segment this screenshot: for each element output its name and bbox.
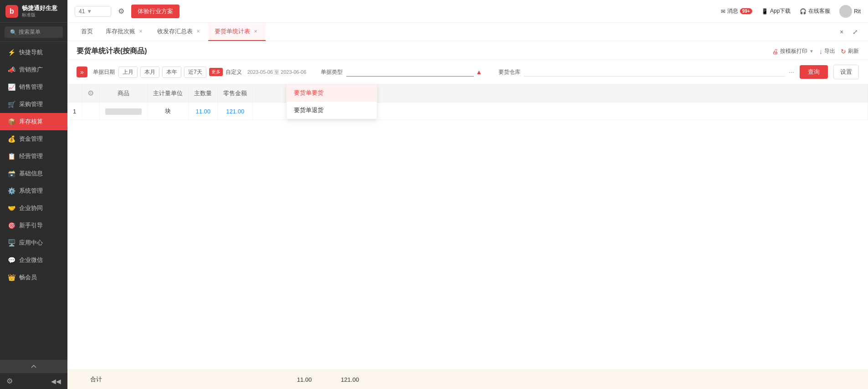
sidebar-item-purchase[interactable]: 🛒 采购管理	[0, 96, 67, 113]
table-row: 1 块 11.00 121.00	[67, 102, 868, 120]
page-title: 要货单统计表(按商品)	[77, 46, 147, 56]
app-logo-icon: b	[5, 5, 18, 18]
topbar-right: ✉ 消息 99+ 📱 App下载 🎧 在线客服 Rit	[721, 5, 861, 18]
refresh-icon: ↻	[841, 48, 846, 55]
dropdown-item-order[interactable]: 要货单要货	[287, 84, 377, 102]
appstore-icon: 🖥️	[7, 239, 15, 247]
sidebar-item-quicknav-label: 快捷导航	[19, 48, 43, 56]
table-container: ⚙ 商品 主计量单位 主数量 零售金额 1	[67, 84, 868, 120]
tab-receive[interactable]: 收发存汇总表 ×	[151, 23, 208, 41]
page-container: 要货单统计表(按商品) 🖨 按模板打印 ▼ ↓ 导出 ↻ 刷新	[67, 41, 868, 389]
sidebar-collapse-btn[interactable]: ◀◀	[51, 378, 61, 385]
sidebar-scroll-up[interactable]	[0, 360, 67, 373]
sidebar-search-area[interactable]: 🔍 搜索菜单	[0, 23, 67, 42]
tab-receive-close[interactable]: ×	[195, 28, 202, 35]
sidebar-bottom: ⚙ ◀◀	[0, 373, 67, 389]
sidebar-item-appstore[interactable]: 🖥️ 应用中心	[0, 234, 67, 251]
sidebar-item-newbie[interactable]: 🎯 新手引导	[0, 217, 67, 234]
sidebar-item-basic[interactable]: 🗃️ 基础信息	[0, 165, 67, 182]
filter-bar: » 单据日期 上月 本月 本年 近7天 更多 自定义 2023-05-06 至 …	[67, 60, 868, 84]
sidebar-item-wechat[interactable]: 💬 企业微信	[0, 251, 67, 269]
export-btn[interactable]: ↓ 导出	[819, 47, 835, 55]
date-range-display: 2023-05-06 至 2023-06-06	[247, 69, 307, 76]
top-bar: 41 ▼ ⚙ 体验行业方案 ✉ 消息 99+ 📱 App下载 🎧 在线客服 R	[67, 0, 868, 23]
sidebar-settings-btn[interactable]: ⚙	[6, 377, 13, 385]
setup-btn[interactable]: 设置	[833, 65, 859, 79]
sidebar-item-system[interactable]: ⚙️ 系统管理	[0, 182, 67, 200]
tab-batch[interactable]: 库存批次账 ×	[99, 23, 151, 41]
cell-product	[100, 102, 148, 120]
tab-order-stat-label: 要货单统计表	[215, 27, 250, 36]
trial-btn[interactable]: 体验行业方案	[131, 5, 180, 18]
sidebar-item-wechat-label: 企业微信	[19, 256, 43, 264]
filter-more-btn[interactable]: ···	[789, 68, 794, 76]
date-btn-this-year[interactable]: 本年	[162, 67, 181, 78]
search-menu-btn[interactable]: 🔍 搜索菜单	[5, 26, 63, 38]
sidebar-item-sales[interactable]: 📈 销售管理	[0, 78, 67, 96]
dropdown-item-return[interactable]: 要货单退货	[287, 102, 377, 119]
tab-order-stat[interactable]: 要货单统计表 ×	[208, 23, 266, 41]
type-select-arrow[interactable]: ▲	[474, 68, 484, 76]
th-index	[67, 84, 82, 102]
query-btn[interactable]: 查询	[800, 65, 828, 79]
footer-amount: 121.00	[327, 376, 373, 383]
online-service-btn[interactable]: 🎧 在线客服	[800, 7, 830, 15]
newbie-icon: 🎯	[7, 221, 15, 230]
sidebar-item-inventory[interactable]: 📦 库存核算	[0, 113, 67, 130]
type-select-input[interactable]	[346, 68, 474, 77]
print-btn[interactable]: 🖨 按模板打印 ▼	[772, 47, 814, 55]
qty-link[interactable]: 11.00	[195, 108, 211, 115]
date-custom-btn[interactable]: 自定义	[226, 68, 242, 76]
wechat-icon: 💬	[7, 256, 15, 264]
sidebar-item-basic-label: 基础信息	[19, 169, 43, 178]
tab-home-label: 首页	[81, 27, 93, 36]
sidebar-item-enterprise[interactable]: 🤝 企业协同	[0, 200, 67, 217]
app-download-label: App下载	[770, 7, 791, 15]
footer-qty: 11.00	[282, 376, 327, 383]
sidebar-item-sales-label: 销售管理	[19, 83, 43, 91]
sidebar-item-quicknav[interactable]: ⚡ 快捷导航	[0, 44, 67, 61]
quicknav-icon: ⚡	[7, 48, 15, 56]
sidebar-item-inventory-label: 库存核算	[19, 118, 43, 126]
sidebar-item-member[interactable]: 👑 畅会员	[0, 269, 67, 286]
date-more-badge[interactable]: 更多	[209, 68, 223, 76]
purchase-icon: 🛒	[7, 100, 15, 108]
breadcrumb-select[interactable]: 41 ▼	[75, 6, 111, 17]
search-menu-label: 搜索菜单	[19, 28, 41, 36]
sidebar-nav: ⚡ 快捷导航 📣 营销推广 📈 销售管理 🛒 采购管理 📦 库存核算 💰 资金管…	[0, 42, 67, 360]
warehouse-input[interactable]	[524, 68, 785, 77]
user-profile[interactable]: Rit	[839, 5, 861, 18]
th-product: 商品	[100, 84, 148, 102]
tab-batch-close[interactable]: ×	[137, 28, 144, 35]
brand-sub: 标准版	[22, 12, 57, 18]
marketing-icon: 📣	[7, 66, 15, 74]
main-area: 41 ▼ ⚙ 体验行业方案 ✉ 消息 99+ 📱 App下载 🎧 在线客服 R	[67, 0, 868, 389]
filter-expand-btn[interactable]: »	[77, 67, 87, 77]
tab-maximize-btn[interactable]: ⤢	[850, 26, 861, 37]
sidebar-item-operation[interactable]: 📋 经营管理	[0, 148, 67, 165]
export-icon: ↓	[819, 48, 822, 55]
data-table: ⚙ 商品 主计量单位 主数量 零售金额 1	[67, 84, 868, 120]
type-dropdown: 要货单要货 要货单退货	[286, 84, 377, 119]
tab-home[interactable]: 首页	[75, 23, 99, 41]
th-unit: 主计量单位	[148, 84, 189, 102]
date-btn-last-7days[interactable]: 近7天	[184, 67, 206, 78]
type-filter-label: 单据类型	[321, 68, 343, 76]
amount-link[interactable]: 121.00	[226, 108, 244, 115]
system-icon: ⚙️	[7, 187, 15, 195]
page-actions: 🖨 按模板打印 ▼ ↓ 导出 ↻ 刷新	[772, 47, 859, 55]
footer-total-label: 合计	[90, 376, 102, 383]
tab-order-stat-close[interactable]: ×	[252, 28, 259, 35]
topbar-settings-btn[interactable]: ⚙	[115, 5, 128, 18]
date-btn-last-month[interactable]: 上月	[118, 67, 138, 78]
sidebar-item-finance[interactable]: 💰 资金管理	[0, 130, 67, 148]
topbar-left: 41 ▼ ⚙ 体验行业方案	[75, 5, 180, 18]
tab-close-all-btn[interactable]: ×	[836, 26, 847, 37]
breadcrumb-value: 41	[79, 8, 85, 15]
sidebar-item-marketing[interactable]: 📣 营销推广	[0, 61, 67, 78]
column-settings-icon[interactable]: ⚙	[87, 89, 94, 97]
messages-btn[interactable]: ✉ 消息 99+	[721, 7, 752, 15]
refresh-btn[interactable]: ↻ 刷新	[841, 47, 859, 55]
app-download-btn[interactable]: 📱 App下载	[761, 7, 791, 15]
date-btn-this-month[interactable]: 本月	[140, 67, 159, 78]
